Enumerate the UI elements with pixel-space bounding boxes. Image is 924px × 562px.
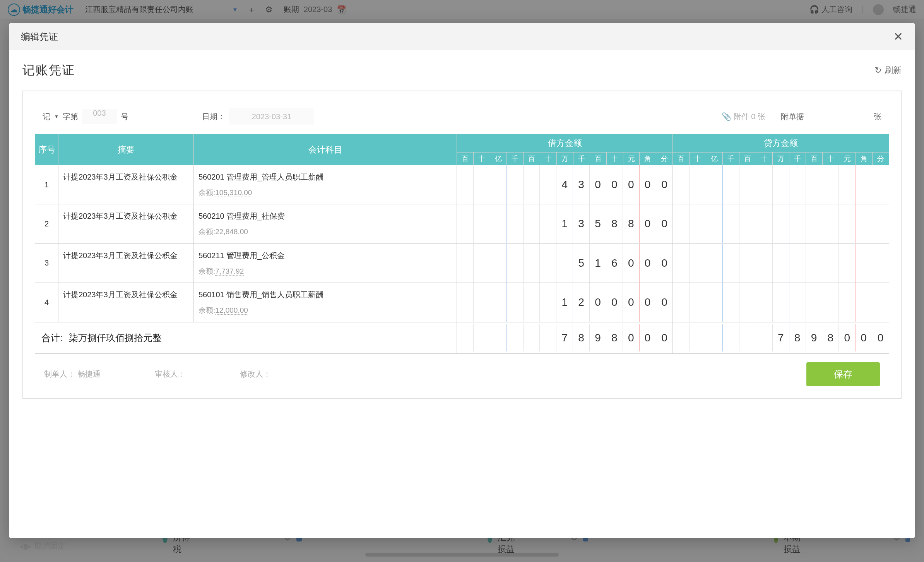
- row-index: 4: [35, 283, 58, 322]
- debit-amount[interactable]: 1200000: [457, 283, 673, 322]
- attachment-count[interactable]: 📎 附件 0 张: [722, 111, 765, 122]
- digit-cell: [673, 204, 690, 243]
- digit-cell: [524, 283, 540, 322]
- row-index: 3: [35, 243, 58, 283]
- digit-cell: 0: [656, 204, 673, 243]
- digit-header: 百: [523, 152, 540, 165]
- table-row[interactable]: 2计提2023年3月工资及社保公积金560210 管理费用_社保费余额:22,8…: [35, 204, 889, 243]
- digit-cell: [540, 324, 556, 351]
- debit-amount[interactable]: 1358800: [457, 204, 673, 243]
- digit-header: 十: [822, 152, 839, 165]
- paper-title: 记账凭证: [22, 62, 75, 79]
- digit-header: 亿: [490, 152, 506, 165]
- digit-cell: [822, 283, 839, 322]
- digit-cell: [690, 244, 706, 283]
- digit-cell: [507, 324, 524, 351]
- summary-cell[interactable]: 计提2023年3月工资及社保公积金: [58, 165, 194, 204]
- save-button[interactable]: 保存: [806, 362, 880, 386]
- digit-cell: [789, 283, 806, 322]
- debit-amount[interactable]: 4300000: [457, 165, 673, 204]
- digit-cell: [706, 244, 723, 283]
- digit-header: 十: [756, 152, 773, 165]
- digit-cell: [706, 165, 723, 204]
- digit-cell: 0: [839, 324, 856, 351]
- digit-cell: [524, 244, 540, 283]
- digit-cell: [806, 283, 823, 322]
- subject-cell[interactable]: 560211 管理费用_公积金余额:7,737.92: [194, 243, 457, 283]
- digit-cell: [872, 204, 889, 243]
- digit-cell: [822, 244, 839, 283]
- digit-header: 千: [789, 152, 806, 165]
- table-row[interactable]: 1计提2023年3月工资及社保公积金560201 管理费用_管理人员职工薪酬余额…: [35, 165, 889, 204]
- digit-cell: 0: [606, 283, 623, 322]
- digit-header: 万: [773, 152, 789, 165]
- credit-amount[interactable]: [673, 243, 889, 283]
- digit-cell: [474, 165, 490, 204]
- summary-cell[interactable]: 计提2023年3月工资及社保公积金: [58, 243, 194, 283]
- refresh-icon: ↻: [874, 65, 881, 75]
- digit-cell: 0: [872, 324, 889, 351]
- digit-cell: [739, 165, 756, 204]
- digit-header: 千: [573, 152, 590, 165]
- subject-cell[interactable]: 560210 管理费用_社保费余额:22,848.00: [194, 204, 457, 243]
- digit-cell: 8: [822, 324, 839, 351]
- digit-cell: [806, 204, 823, 243]
- modal-overlay: 编辑凭证 ✕ 记账凭证 ↻ 刷新 记 ▼ 字第 003 号: [0, 0, 924, 562]
- digit-header: 元: [623, 152, 640, 165]
- maker-segment: 制单人： 畅捷通: [44, 369, 101, 379]
- digit-header: 十: [690, 152, 706, 165]
- table-row[interactable]: 3计提2023年3月工资及社保公积金560211 管理费用_公积金余额:7,73…: [35, 243, 889, 283]
- digit-cell: 1: [590, 244, 606, 283]
- digit-header: 千: [723, 152, 739, 165]
- digit-cell: [856, 204, 872, 243]
- digit-cell: [789, 244, 806, 283]
- subject-cell[interactable]: 560201 管理费用_管理人员职工薪酬余额:105,310.00: [194, 165, 457, 204]
- digit-header: 亿: [706, 152, 723, 165]
- digit-header: 万: [556, 152, 573, 165]
- digit-header: 千: [506, 152, 523, 165]
- digit-cell: 0: [640, 165, 656, 204]
- credit-amount[interactable]: [673, 165, 889, 204]
- digit-cell: [507, 204, 524, 243]
- voucher-kind-segment[interactable]: 记 ▼ 字第 003 号: [43, 109, 128, 124]
- voucher-date-input[interactable]: 2023-03-31: [229, 108, 314, 125]
- attach-count-input[interactable]: [820, 112, 858, 121]
- refresh-button[interactable]: ↻ 刷新: [874, 65, 902, 76]
- digit-header: 分: [872, 152, 889, 165]
- subject-cell[interactable]: 560101 销售费用_销售人员职工薪酬余额:12,000.00: [194, 283, 457, 322]
- digit-cell: 3: [573, 165, 590, 204]
- digit-cell: [756, 244, 773, 283]
- summary-cell[interactable]: 计提2023年3月工资及社保公积金: [58, 204, 194, 243]
- col-index: 序号: [35, 134, 58, 165]
- digit-cell: 0: [590, 283, 606, 322]
- voucher-number-input[interactable]: 003: [82, 109, 117, 124]
- digit-cell: [673, 165, 690, 204]
- digit-cell: 0: [623, 283, 640, 322]
- digit-cell: [690, 283, 706, 322]
- digit-cell: [706, 324, 723, 351]
- caret-down-icon: ▼: [54, 114, 59, 119]
- digit-cell: [872, 244, 889, 283]
- close-icon[interactable]: ✕: [893, 30, 903, 43]
- digit-cell: [474, 244, 490, 283]
- digit-header: 百: [590, 152, 606, 165]
- credit-amount[interactable]: [673, 283, 889, 322]
- digit-cell: [723, 165, 739, 204]
- total-credit: 7898000: [673, 322, 889, 353]
- digit-cell: 6: [606, 244, 623, 283]
- digit-cell: [540, 244, 556, 283]
- digit-cell: [839, 283, 856, 322]
- digit-header: 分: [656, 152, 673, 165]
- digit-header: 十: [473, 152, 490, 165]
- digit-cell: [673, 244, 690, 283]
- digit-cell: 5: [573, 244, 590, 283]
- table-row[interactable]: 4计提2023年3月工资及社保公积金560101 销售费用_销售人员职工薪酬余额…: [35, 283, 889, 322]
- summary-cell[interactable]: 计提2023年3月工资及社保公积金: [58, 283, 194, 322]
- digit-cell: 8: [606, 204, 623, 243]
- debit-amount[interactable]: 516000: [457, 243, 673, 283]
- digit-cell: [789, 204, 806, 243]
- credit-amount[interactable]: [673, 204, 889, 243]
- digit-cell: [806, 244, 823, 283]
- digit-cell: [739, 283, 756, 322]
- digit-cell: [690, 165, 706, 204]
